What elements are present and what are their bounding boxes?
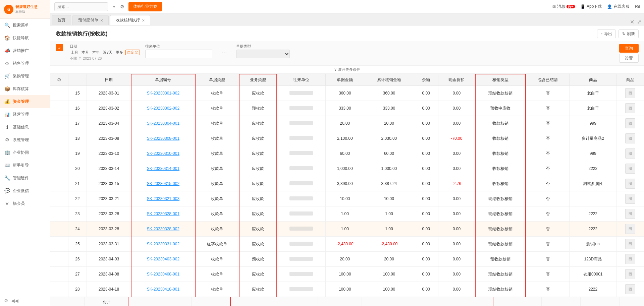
td-cancel-type: 预收款核销 — [475, 252, 526, 267]
td-bill-amount: 360.00 — [326, 86, 364, 101]
bill-no-link[interactable]: SK-20230310-001 — [147, 151, 179, 156]
bill-no-link[interactable]: SK-20230308-001 — [147, 136, 179, 141]
td-cash-discount: 0.00 — [438, 267, 475, 282]
tab-expand-icon[interactable]: ⤢ — [637, 19, 641, 25]
sidebar-item-basic[interactable]: ℹ 基础信息 — [0, 121, 50, 133]
td-bill-no: SK-20230301-002 — [131, 86, 195, 101]
bill-no-link[interactable]: SK-20230331-002 — [147, 242, 179, 246]
filter-expand-btn[interactable]: » — [56, 44, 63, 51]
sidebar-item-corp[interactable]: 🏢 企业协同 — [0, 146, 50, 159]
sidebar-item-wechat[interactable]: 💬 企业微信 — [0, 184, 50, 197]
tab-home[interactable]: 首页 — [52, 15, 71, 25]
filter-type-select[interactable] — [236, 50, 290, 58]
sidebar-item-hw[interactable]: 🔧 智能硬件 — [0, 172, 50, 184]
query-btn[interactable]: 查询 — [619, 44, 639, 53]
td-date: 2023-03-21 — [87, 191, 131, 206]
topbar-message-btn[interactable]: ✉ 消息 99+ — [552, 4, 575, 9]
td-partner — [277, 176, 326, 191]
td-cash-discount: 0.00 — [438, 161, 475, 176]
td-no: 27 — [68, 267, 87, 282]
td-balance: 0.00 — [414, 101, 438, 116]
bill-no-link[interactable]: SK-20230301-002 — [147, 91, 179, 96]
td-no: 19 — [68, 146, 87, 161]
goods-thumbnail: 图 — [625, 284, 635, 294]
page-actions: ↑ 导出 ↻ 刷新 — [597, 29, 639, 38]
tab-pre-apply-close-icon[interactable]: × — [100, 18, 103, 23]
sidebar-item-vip[interactable]: V 畅会员 — [0, 197, 50, 210]
bill-no-link[interactable]: SK-20230328-001 — [147, 211, 179, 216]
column-settings-icon[interactable]: ⚙ — [57, 77, 61, 82]
td-partner — [277, 161, 326, 176]
topbar-gear-icon[interactable]: ⚙ — [120, 4, 124, 9]
td-bill-amount: 60.00 — [326, 146, 364, 161]
export-btn[interactable]: ↑ 导出 — [597, 29, 616, 38]
topbar-service-btn[interactable]: 👤 在线客服 — [607, 4, 630, 9]
topbar: ▼ ⚙ 体验行业方案 ✉ 消息 99+ 📱 App下载 👤 在线客服 Rit — [50, 0, 644, 13]
filter-settings-btn[interactable]: 设置 — [619, 54, 639, 63]
main-content: ▼ ⚙ 体验行业方案 ✉ 消息 99+ 📱 App下载 👤 在线客服 Rit 首… — [50, 0, 644, 306]
bill-no-link[interactable]: SK-20230302-002 — [147, 106, 179, 111]
td-acc-cancel: 20.00 — [364, 252, 414, 267]
td-cash-discount: 0.00 — [438, 86, 475, 101]
filter-date-custom-btn[interactable]: 自定义 — [125, 50, 140, 55]
bill-no-link[interactable]: SK-20230321-003 — [147, 196, 179, 201]
filter-date-more[interactable]: 更多 — [115, 50, 124, 55]
td-acc-cancel: 1,000.00 — [364, 161, 414, 176]
bill-no-link[interactable]: SK-20230328-002 — [147, 227, 179, 231]
sidebar-item-ops[interactable]: 📊 经营管理 — [0, 108, 50, 121]
filter-date-last-month[interactable]: 上月 — [70, 50, 79, 55]
td-bill-amount: 333.00 — [326, 101, 364, 116]
td-goods: 多计量商品2 — [570, 131, 616, 146]
tab-pre-apply[interactable]: 预付应付单 × — [72, 15, 109, 25]
total-partner-cell — [269, 297, 318, 306]
topbar-dropdown-arrow[interactable]: ▼ — [112, 4, 116, 9]
topbar-search-input[interactable] — [54, 2, 108, 11]
sidebar-item-sys[interactable]: ⚙ 系统管理 — [0, 133, 50, 146]
filter-date-this-year[interactable]: 本年 — [91, 50, 101, 55]
bill-no-link[interactable]: SK-20230304-001 — [147, 121, 179, 126]
table-row: 24 2023-03-28 SK-20230328-002 收款单 应收款 1.… — [50, 222, 644, 237]
th-settings[interactable]: ⚙ — [50, 74, 68, 86]
refresh-btn[interactable]: ↻ 刷新 — [619, 29, 639, 38]
sidebar-item-quick-nav[interactable]: 🏠 快捷导航 — [0, 32, 50, 44]
expand-more-icon: ∨ — [334, 67, 337, 72]
table-row: 15 2023-03-01 SK-20230301-002 收款单 应收款 36… — [50, 86, 644, 101]
tab-close-all-icon[interactable]: ✕ — [630, 19, 634, 25]
sidebar-item-search[interactable]: 🔍 搜索菜单 — [0, 19, 50, 32]
filter-date-this-month[interactable]: 本月 — [80, 50, 90, 55]
td-bill-type: 收款单 — [195, 146, 239, 161]
sidebar-logo: 6 畅康道好生意 标推版 — [0, 0, 50, 19]
filter-date-group: 日期 上月 本月 本年 近7天 更多 自定义 不限 至 2023-07-26 — [70, 44, 140, 61]
td-bill-amount: 3,390.00 — [326, 176, 364, 191]
sidebar-settings-btn[interactable]: ⚙ — [4, 298, 8, 303]
sidebar-item-marketing[interactable]: 📣 营销推广 — [0, 44, 50, 57]
corp-icon: 🏢 — [4, 149, 10, 156]
td-bill-amount: 2,100.00 — [326, 131, 364, 146]
sidebar-item-capital[interactable]: 💰 资金管理 — [0, 95, 50, 108]
expand-more-btn[interactable]: ∨ 展开更多条件 — [334, 67, 360, 72]
sidebar-menu: 🔍 搜索菜单 🏠 快捷导航 📣 营销推广 ⊙ 销售管理 🛒 采购管理 📦 库存核… — [0, 19, 50, 295]
bill-no-link[interactable]: SK-20230314-001 — [147, 166, 179, 171]
bill-no-link[interactable]: SK-20230418-001 — [147, 287, 179, 292]
tab-collect-cancel-close-icon[interactable]: × — [142, 18, 145, 23]
filter-date-7days[interactable]: 近7天 — [102, 50, 113, 55]
filter-unit-input[interactable] — [145, 50, 212, 58]
industry-solution-btn[interactable]: 体验行业方案 — [128, 2, 162, 11]
bill-no-link[interactable]: SK-20230408-001 — [147, 272, 179, 277]
topbar-app-btn[interactable]: 📱 App下载 — [580, 4, 602, 9]
td-include-settled: 否 — [526, 116, 569, 131]
sidebar-item-inventory[interactable]: 📦 库存核算 — [0, 82, 50, 95]
sidebar-item-guide[interactable]: 📖 新手引导 — [0, 159, 50, 172]
topbar-user-name[interactable]: Rit — [635, 4, 640, 9]
goods-thumbnail: 图 — [625, 164, 635, 174]
sidebar-item-purchase[interactable]: 🛒 采购管理 — [0, 70, 50, 82]
bill-no-link[interactable]: SK-20230403-002 — [147, 257, 179, 261]
filter-more-dots[interactable]: ··· — [222, 49, 227, 56]
sidebar-collapse-btn[interactable]: ◀◀ — [11, 298, 18, 303]
filter-unit-label: 往来单位 — [145, 44, 212, 49]
tab-collect-cancel[interactable]: 收款核销执行 × — [110, 15, 150, 25]
td-partner — [277, 282, 326, 297]
td-date: 2023-03-15 — [87, 176, 131, 191]
bill-no-link[interactable]: SK-20230315-002 — [147, 181, 179, 186]
sidebar-item-sales[interactable]: ⊙ 销售管理 — [0, 57, 50, 70]
